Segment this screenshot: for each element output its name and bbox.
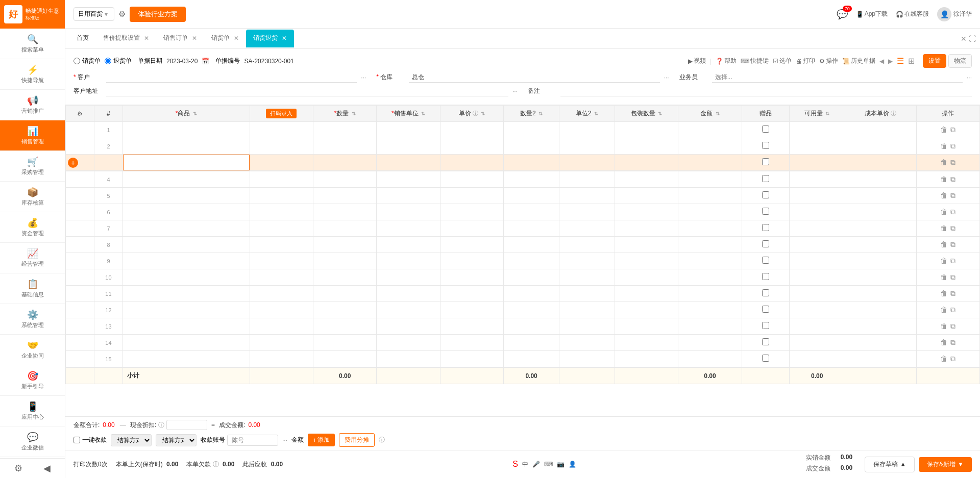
delete-icon-14[interactable]: 🗑 [940, 338, 947, 347]
row-qty2-13[interactable] [504, 318, 559, 335]
copy-icon-15[interactable]: ⧉ [950, 355, 955, 363]
copy-icon-10[interactable]: ⧉ [950, 273, 955, 282]
row-unit2-1[interactable] [559, 122, 615, 138]
row-price-7[interactable] [440, 220, 503, 237]
sidebar-item-sales[interactable]: 📊 销售管理 [0, 120, 65, 151]
row-qty2-3[interactable] [504, 155, 559, 171]
row-price-12[interactable] [440, 302, 503, 318]
row-unit-5[interactable] [377, 188, 440, 204]
delete-icon-6[interactable]: 🗑 [940, 208, 947, 216]
expand-tab-icon[interactable]: ⛶ [969, 35, 976, 43]
topbar-gear-icon[interactable]: ⚙ [118, 9, 126, 19]
price-sort-icon[interactable]: ⇅ [481, 111, 485, 116]
delete-icon-1[interactable]: 🗑 [940, 125, 947, 134]
row-pkg-4[interactable] [615, 171, 678, 188]
trial-btn[interactable]: 体验行业方案 [130, 7, 186, 22]
account-dots-btn[interactable]: ··· [282, 437, 287, 444]
sidebar-item-operation[interactable]: 📈 经营管理 [0, 243, 65, 273]
row-pkg-5[interactable] [615, 188, 678, 204]
gift-checkbox-9[interactable] [762, 257, 769, 264]
row-pkg-1[interactable] [615, 122, 678, 138]
gift-checkbox-1[interactable] [762, 125, 769, 133]
gift-checkbox-6[interactable] [762, 208, 769, 215]
amount-sort-icon[interactable]: ⇅ [716, 111, 720, 116]
row-qty2-1[interactable] [504, 122, 559, 138]
tab-close-price-settings[interactable]: ✕ [144, 35, 149, 42]
add-btn[interactable]: + 添加 [308, 434, 335, 446]
shortcut-btn[interactable]: ⌨ 快捷键 [741, 57, 769, 65]
copy-icon-5[interactable]: ⧉ [950, 191, 955, 200]
row-unit2-9[interactable] [559, 253, 615, 269]
row-product-11[interactable] [122, 286, 250, 302]
unit-sort-icon[interactable]: ⇅ [421, 111, 425, 116]
gift-checkbox-14[interactable] [762, 338, 769, 345]
tab-home[interactable]: 首页 [69, 30, 96, 47]
gift-checkbox-4[interactable] [762, 175, 769, 182]
row-unit-9[interactable] [377, 253, 440, 269]
row-price-6[interactable] [440, 204, 503, 220]
row-qty2-6[interactable] [504, 204, 559, 220]
grid-view-icon[interactable]: ⊞ [908, 56, 915, 66]
row-qty2-7[interactable] [504, 220, 559, 237]
tab-close-sales-order[interactable]: ✕ [192, 35, 197, 42]
row-qty2-14[interactable] [504, 335, 559, 351]
warehouse-input[interactable] [409, 72, 659, 83]
row-product-2[interactable] [122, 138, 250, 155]
row-product-5[interactable] [122, 188, 250, 204]
row-price-15[interactable] [440, 351, 503, 367]
radio-return[interactable]: 退货单 [105, 57, 132, 65]
delete-icon-12[interactable]: 🗑 [940, 306, 947, 314]
row-qty-8[interactable] [313, 237, 377, 253]
row-pkg-9[interactable] [615, 253, 678, 269]
gift-checkbox-12[interactable] [762, 306, 769, 313]
sidebar-collapse-icon[interactable]: ◀ [43, 463, 51, 474]
fee-split-btn[interactable]: 费用分摊 [339, 433, 375, 447]
product-input-3[interactable] [123, 155, 250, 170]
settle-method-select[interactable]: 结算方式 [111, 434, 152, 446]
qty-sort-icon[interactable]: ⇅ [352, 111, 356, 116]
calc-method-select[interactable]: 结算方式 [156, 434, 197, 446]
logistics-btn[interactable]: 物流 [948, 54, 972, 68]
copy-icon-9[interactable]: ⧉ [950, 257, 955, 265]
row-unit-3[interactable] [377, 155, 440, 171]
row-pkg-10[interactable] [615, 269, 678, 286]
copy-icon-8[interactable]: ⧉ [950, 240, 955, 249]
row-product-6[interactable] [122, 204, 250, 220]
row-product-9[interactable] [122, 253, 250, 269]
customer-dots-btn[interactable]: ··· [361, 74, 366, 81]
tab-close-sales-return[interactable]: ✕ [282, 35, 287, 42]
row-qty2-8[interactable] [504, 237, 559, 253]
row-qty2-9[interactable] [504, 253, 559, 269]
row-unit2-7[interactable] [559, 220, 615, 237]
calendar-icon[interactable]: 📅 [202, 58, 209, 65]
copy-icon-3[interactable]: ⧉ [950, 158, 955, 167]
row-qty2-5[interactable] [504, 188, 559, 204]
one-key-payment-checkbox[interactable]: 一键收款 [74, 436, 107, 444]
qty2-sort-icon[interactable]: ⇅ [538, 111, 543, 116]
gift-checkbox-5[interactable] [762, 191, 769, 198]
price-info-icon[interactable]: ⓘ [473, 110, 478, 116]
copy-icon-4[interactable]: ⧉ [950, 175, 955, 184]
copy-icon-11[interactable]: ⧉ [950, 289, 955, 298]
gift-checkbox-7[interactable] [762, 224, 769, 231]
customer-input[interactable] [106, 72, 357, 83]
row-pkg-2[interactable] [615, 138, 678, 155]
history-btn[interactable]: 📜 历史单据 [842, 57, 875, 65]
row-qty-9[interactable] [313, 253, 377, 269]
row-unit-1[interactable] [377, 122, 440, 138]
row-product-1[interactable] [122, 122, 250, 138]
row-qty2-10[interactable] [504, 269, 559, 286]
delete-icon-10[interactable]: 🗑 [940, 273, 947, 282]
row-pkg-3[interactable] [615, 155, 678, 171]
nav-prev-icon[interactable]: ◀ [879, 58, 884, 65]
tab-close-sales-delivery[interactable]: ✕ [234, 35, 239, 42]
scan-btn[interactable]: 扫码录入 [266, 109, 297, 118]
account-input[interactable] [227, 435, 278, 446]
row-price-9[interactable] [440, 253, 503, 269]
delete-icon-11[interactable]: 🗑 [940, 289, 947, 298]
row-unit-15[interactable] [377, 351, 440, 367]
delete-icon-9[interactable]: 🗑 [940, 257, 947, 265]
tab-sales-delivery[interactable]: 销货单 ✕ [204, 30, 246, 47]
pkg-sort-icon[interactable]: ⇅ [658, 111, 662, 116]
save-draft-btn[interactable]: 保存草稿 ▲ [865, 457, 915, 472]
